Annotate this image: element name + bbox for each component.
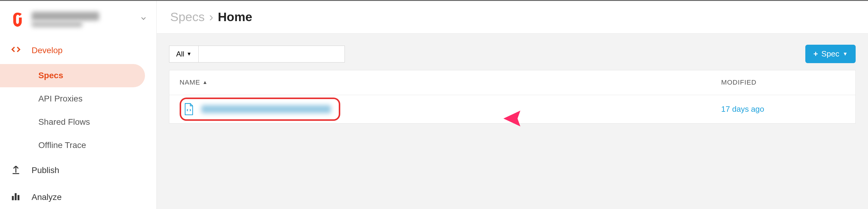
sidebar-item-offline-trace[interactable]: Offline Trace	[0, 134, 145, 157]
sidebar-group-analyze[interactable]: Analyze	[0, 184, 156, 209]
search-input[interactable]	[198, 46, 345, 62]
develop-label: Develop	[32, 46, 63, 55]
chevron-down-icon	[140, 15, 147, 24]
sidebar-item-label: Shared Flows	[38, 117, 90, 127]
publish-label: Publish	[32, 165, 59, 175]
filter-dropdown[interactable]: All ▼	[169, 46, 198, 62]
analyze-icon	[10, 190, 22, 204]
sort-asc-icon: ▲	[203, 79, 208, 85]
user-menu[interactable]	[0, 7, 156, 37]
new-spec-button[interactable]: + Spec ▼	[805, 45, 855, 63]
chevron-right-icon: ›	[209, 10, 213, 24]
user-name	[32, 12, 99, 20]
file-code-icon	[183, 102, 194, 116]
table-header: NAME ▲ MODIFIED	[169, 70, 855, 95]
toolbar: All ▼ + Spec ▼	[169, 45, 856, 63]
user-email	[32, 22, 82, 27]
code-icon	[10, 44, 22, 57]
breadcrumb-root[interactable]: Specs	[170, 10, 205, 24]
apigee-logo-icon	[9, 11, 26, 28]
plus-icon: +	[813, 49, 818, 59]
caret-down-icon: ▼	[843, 51, 848, 57]
main-content: Specs › Home All ▼ + Spec ▼	[157, 1, 868, 209]
new-spec-label: Spec	[821, 49, 839, 59]
sidebar-item-label: Specs	[38, 71, 63, 80]
sidebar-item-api-proxies[interactable]: API Proxies	[0, 87, 145, 110]
column-header-name[interactable]: NAME ▲	[180, 79, 721, 86]
sidebar-item-label: API Proxies	[38, 94, 83, 104]
sidebar-group-publish[interactable]: Publish	[0, 157, 156, 184]
analyze-label: Analyze	[32, 192, 62, 202]
filter-label: All	[176, 50, 184, 58]
modified-time: 17 days ago	[721, 105, 764, 113]
caret-down-icon: ▼	[187, 51, 192, 57]
sidebar: Develop Specs API Proxies Shared Flows O…	[0, 1, 157, 209]
svg-rect-2	[18, 195, 19, 200]
highlighted-spec-link[interactable]	[180, 98, 341, 121]
svg-rect-1	[15, 193, 16, 200]
specs-table: NAME ▲ MODIFIED	[169, 70, 856, 124]
column-header-modified[interactable]: MODIFIED	[721, 79, 845, 86]
sidebar-item-specs[interactable]: Specs	[0, 64, 145, 87]
svg-rect-0	[12, 196, 13, 200]
sidebar-item-label: Offline Trace	[38, 140, 86, 150]
breadcrumb-current: Home	[218, 10, 252, 24]
sidebar-item-shared-flows[interactable]: Shared Flows	[0, 110, 145, 134]
table-row[interactable]: 17 days ago	[169, 95, 855, 124]
sidebar-group-develop[interactable]: Develop	[0, 37, 156, 64]
sidebar-nav: Develop Specs API Proxies Shared Flows O…	[0, 37, 156, 209]
header: Specs › Home	[157, 1, 868, 33]
spec-file-name	[201, 105, 331, 113]
publish-icon	[10, 164, 22, 177]
